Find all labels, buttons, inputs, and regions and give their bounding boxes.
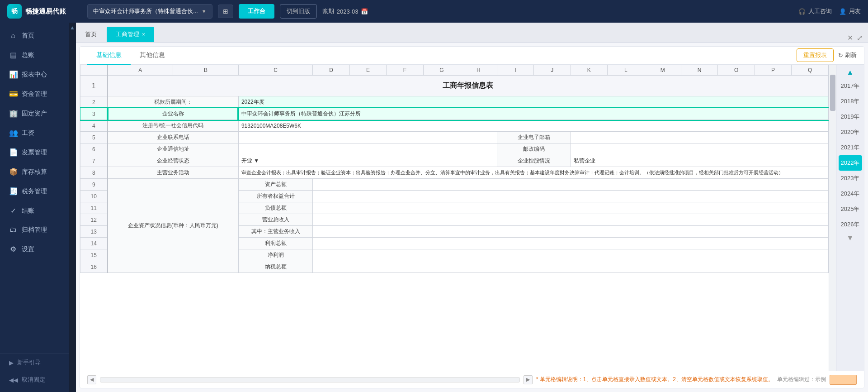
row5-phone-value[interactable] — [238, 132, 497, 143]
year-item-2020[interactable]: 2020年 — [839, 124, 862, 140]
row-5: 5 企业联系电话 企业电子邮箱 — [80, 132, 829, 143]
tax-icon: 🧾 — [9, 187, 17, 196]
col-header-a: A — [108, 65, 173, 76]
close-tab-icon[interactable]: ✕ — [847, 33, 853, 42]
sidebar-footer-guide[interactable]: ▶ 新手引导 — [0, 354, 76, 371]
row9-sub-label: 资产总额 — [238, 179, 312, 191]
sidebar-item-assets[interactable]: 🏢 固定资产 — [0, 104, 76, 123]
col-header-b: B — [173, 65, 238, 76]
row15-value[interactable] — [313, 249, 829, 261]
row6-addr-value[interactable] — [238, 143, 497, 155]
sidebar-item-invoice[interactable]: 📄 发票管理 — [0, 143, 76, 162]
table-title: 工商年报信息表 — [108, 76, 829, 96]
sidebar-label-invoice: 发票管理 — [22, 148, 47, 157]
title-text: 工商年报信息表 — [443, 81, 493, 89]
row16-value[interactable] — [313, 261, 829, 273]
row9-value[interactable] — [313, 179, 829, 191]
row11-value[interactable] — [313, 202, 829, 214]
row8-value[interactable]: 审查企业会计报表；出具审计报告；验证企业资本；出具验资报告；办理企业合并、分立、… — [238, 167, 828, 179]
company-selector[interactable]: 中审众环会计师事务所（特殊普通合伙... ▼ — [87, 4, 212, 19]
sidebar-item-tax[interactable]: 🧾 税务管理 — [0, 182, 76, 201]
row-num-15: 15 — [80, 249, 108, 261]
row7-status-value[interactable]: 开业 ▼ — [238, 155, 497, 167]
row2-value[interactable]: 2022年度 — [238, 96, 828, 108]
calendar-icon[interactable]: 📅 — [361, 8, 368, 15]
sub-tabs: 基础信息 其他信息 重置报表 ↻ 刷新 — [80, 47, 864, 65]
sub-tab-other[interactable]: 其他信息 — [131, 47, 174, 65]
year-down-button[interactable]: ▼ — [845, 232, 856, 244]
row11-sub-label: 负债总额 — [238, 202, 312, 214]
row-num-1: 1 — [80, 76, 108, 96]
sidebar-item-home[interactable]: ⌂ 首页 — [0, 26, 76, 45]
content-area: 首页 工商管理 × ✕ ⤢ 基础信息 其他信息 重置报 — [76, 23, 868, 392]
year-item-2022[interactable]: 2022年 — [839, 155, 862, 171]
v-scrollbar[interactable] — [829, 65, 836, 371]
year-item-2019[interactable]: 2019年 — [839, 109, 862, 124]
consult-button[interactable]: 🎧 人工咨询 — [798, 7, 832, 15]
company-dropdown-icon: ▼ — [202, 9, 207, 14]
year-item-2026[interactable]: 2026年 — [839, 217, 862, 232]
row5-label: 企业联系电话 — [108, 132, 239, 143]
main-layout: ▲ ⌂ 首页 ▤ 总账 📊 报表中心 💳 资金管理 🏢 固定资产 👥 工资 📄 … — [0, 23, 868, 392]
old-version-button[interactable]: 切到旧版 — [280, 4, 317, 19]
sub-tab-basic[interactable]: 基础信息 — [87, 47, 131, 65]
spreadsheet-wrapper[interactable]: A B C D E F G H I J K L — [80, 65, 829, 371]
tab-home[interactable]: 首页 — [76, 27, 106, 42]
user-area[interactable]: 👤 用友 — [839, 7, 861, 15]
row4-value[interactable]: 91320100MA208E5W6K — [238, 120, 828, 132]
sidebar-label-salary: 工资 — [22, 129, 34, 137]
year-up-button[interactable]: ▲ — [845, 67, 856, 78]
row-num-9: 9 — [80, 179, 108, 191]
sidebar-item-ledger[interactable]: ▤ 总账 — [0, 45, 76, 65]
tab-close-icon[interactable]: × — [142, 31, 145, 38]
sidebar-label-home: 首页 — [22, 32, 34, 40]
sidebar-bottom: ▶ 新手引导 ◀◀ 取消固定 — [0, 354, 76, 388]
sidebar-up-arrow[interactable]: ▲ — [68, 23, 77, 33]
year-item-2024[interactable]: 2024年 — [839, 186, 862, 201]
row15-sub-label: 净利润 — [238, 249, 312, 261]
row10-value[interactable] — [313, 191, 829, 202]
row-num-11: 11 — [80, 202, 108, 214]
row6-postal-value[interactable] — [571, 143, 828, 155]
scroll-right-button[interactable]: ▶ — [524, 375, 533, 384]
year-item-2025[interactable]: 2025年 — [839, 201, 862, 217]
col-header-f: F — [387, 65, 423, 76]
row5-email-value[interactable] — [571, 132, 828, 143]
v-scroll-thumb[interactable] — [830, 75, 835, 111]
row-num-3: 3 — [80, 108, 108, 120]
year-item-2023[interactable]: 2023年 — [839, 171, 862, 186]
sidebar-item-inventory[interactable]: 📦 库存核算 — [0, 162, 76, 182]
sidebar-item-settlement[interactable]: ✓ 结账 — [0, 201, 76, 220]
sidebar-label-archive: 归档管理 — [22, 226, 47, 234]
year-item-2017[interactable]: 2017年 — [839, 78, 862, 94]
reset-report-button[interactable]: 重置报表 — [797, 48, 834, 62]
row3-value[interactable]: 中审众环会计师事务所（特殊普通合伙）江苏分所 — [238, 108, 828, 120]
expand-icon[interactable]: ⤢ — [857, 33, 863, 42]
refresh-button[interactable]: ↻ 刷新 — [838, 51, 857, 59]
year-item-2018[interactable]: 2018年 — [839, 94, 862, 109]
col-header-l: L — [608, 65, 644, 76]
sidebar-footer-unpin[interactable]: ◀◀ 取消固定 — [0, 371, 76, 388]
company-icon-btn[interactable]: ⊞ — [218, 5, 233, 18]
workbench-button[interactable]: 工作台 — [239, 4, 274, 19]
sidebar-item-settings[interactable]: ⚙ 设置 — [0, 239, 76, 259]
row12-value[interactable] — [313, 214, 829, 226]
row7-control-value[interactable]: 私营企业 — [571, 155, 828, 167]
col-header-d: D — [313, 65, 349, 76]
tab-business[interactable]: 工商管理 × — [107, 27, 154, 42]
sidebar-item-fund[interactable]: 💳 资金管理 — [0, 84, 76, 104]
scroll-left-button[interactable]: ◀ — [87, 375, 96, 384]
user-name: 用友 — [849, 7, 861, 15]
tab-bar: 首页 工商管理 × ✕ ⤢ — [76, 23, 868, 43]
row14-value[interactable] — [313, 238, 829, 249]
sidebar-item-salary[interactable]: 👥 工资 — [0, 123, 76, 143]
sidebar-item-report[interactable]: 📊 报表中心 — [0, 65, 76, 84]
horizontal-scrollbar[interactable] — [100, 377, 520, 382]
col-header-q: Q — [792, 65, 829, 76]
sidebar-item-archive[interactable]: 🗂 归档管理 — [0, 220, 76, 239]
header-right: 🎧 人工咨询 👤 用友 — [798, 7, 861, 15]
year-item-2021[interactable]: 2021年 — [839, 140, 862, 155]
row-1: 1 工商年报信息表 — [80, 76, 829, 96]
row13-value[interactable] — [313, 226, 829, 238]
sub-tab-basic-label: 基础信息 — [96, 51, 122, 58]
